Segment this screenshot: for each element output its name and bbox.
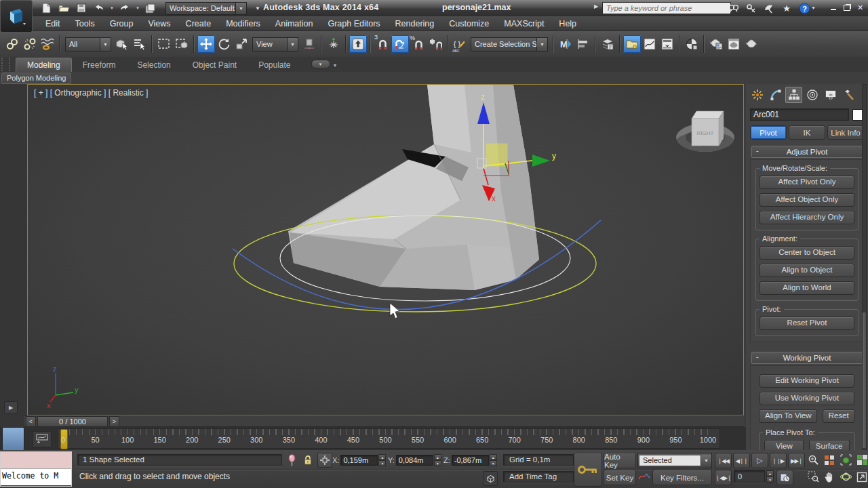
unlink-selection-icon[interactable] [21, 35, 39, 53]
center-to-object-button[interactable]: Center to Object [760, 246, 854, 260]
motion-tab-icon[interactable] [804, 87, 821, 103]
align-to-world-button[interactable]: Align to World [760, 281, 854, 295]
modify-tab-icon[interactable] [767, 87, 784, 103]
ribbon-tab-object-paint[interactable]: Object Paint [182, 58, 248, 72]
previous-frame-step-icon[interactable]: ◀❘❘ [733, 453, 750, 468]
create-tab-icon[interactable] [749, 87, 766, 103]
maxscript-mini-listener[interactable]: Welcome to M [0, 451, 72, 487]
scrollbar-thumb[interactable] [863, 312, 866, 448]
ribbon-tab-selection[interactable]: Selection [126, 58, 181, 72]
select-and-manipulate-icon[interactable] [325, 35, 342, 53]
workspace-flyout-icon[interactable]: ▼ [255, 5, 260, 12]
y-coordinate-field[interactable]: 0,084m [396, 455, 433, 466]
mirror-icon[interactable]: M [557, 35, 574, 53]
edit-named-selection-sets-icon[interactable]: { }ABC [451, 35, 469, 53]
menu-item[interactable]: Rendering [388, 19, 442, 28]
material-editor-icon[interactable] [683, 35, 701, 53]
viewport-label[interactable]: [ + ] [ Orthographic ] [ Realistic ] [34, 88, 148, 98]
listener-corner-button[interactable] [2, 427, 24, 451]
ribbon-options-dropdown-icon[interactable]: ▼ [333, 63, 338, 68]
snaps-toggle-icon[interactable]: 3 [374, 35, 391, 53]
previous-frame-icon[interactable]: < [26, 416, 36, 427]
adaptive-degradation-icon[interactable] [483, 471, 498, 486]
utilities-tab-icon[interactable] [840, 87, 857, 103]
current-frame-field[interactable]: 0 [734, 470, 765, 483]
ribbon-grip[interactable] [1, 58, 10, 71]
add-time-tag-field[interactable]: Add Time Tag [503, 471, 574, 483]
keyboard-shortcut-override-icon[interactable] [349, 35, 367, 53]
menu-item[interactable]: Views [140, 19, 178, 28]
curve-editor-icon[interactable] [641, 35, 658, 53]
pivot-mode-button[interactable]: Pivot [750, 125, 787, 140]
spinner-snap-toggle-icon[interactable] [427, 35, 444, 53]
undo-icon[interactable] [92, 2, 106, 14]
field-of-view-region-icon[interactable] [806, 470, 821, 484]
select-and-rotate-icon[interactable] [215, 35, 233, 53]
gizmo-zy-plane-handle[interactable] [486, 144, 507, 166]
reference-coordinate-system-dropdown[interactable]: View ▼ [252, 37, 298, 52]
hierarchy-tab-icon[interactable] [785, 87, 802, 103]
place-pivot-surface-button[interactable]: Surface [809, 440, 850, 450]
ribbon-tab-populate[interactable]: Populate [248, 58, 301, 72]
search-input[interactable] [602, 2, 731, 14]
viewport-canvas[interactable]: z y x RIGHT z y x [ + ] [ Orthographic ]… [28, 85, 743, 415]
display-tab-icon[interactable] [822, 87, 839, 103]
y-spinner[interactable]: ▲▼ [434, 454, 441, 466]
menu-item[interactable]: Customize [441, 19, 496, 28]
save-file-icon[interactable] [75, 2, 88, 14]
minimize-button[interactable] [827, 3, 839, 12]
frame-spinner[interactable]: ▲▼ [766, 470, 774, 483]
set-key-button[interactable]: Set Key [604, 470, 636, 485]
infocenter-expand-icon[interactable]: ▶ [594, 3, 598, 9]
menu-item[interactable]: Help [551, 19, 584, 28]
ribbon-tab-freeform[interactable]: Freeform [72, 58, 127, 72]
time-slider-handle[interactable]: 0 / 1000 [37, 416, 108, 427]
menu-item[interactable]: MAXScript [496, 19, 551, 28]
menu-item[interactable]: Modifiers [218, 19, 268, 28]
z-spinner[interactable]: ▲▼ [490, 454, 497, 466]
menu-item[interactable]: Graph Editors [320, 19, 387, 28]
zoom-extents-icon[interactable] [838, 453, 853, 467]
menu-item[interactable]: Animation [268, 19, 321, 28]
affect-hierarchy-only-button[interactable]: Affect Hierarchy Only [760, 211, 854, 224]
window-crossing-icon[interactable] [173, 35, 191, 53]
menu-item[interactable]: Edit [38, 19, 68, 28]
communication-center-icon[interactable] [762, 2, 776, 14]
absolute-offset-mode-icon[interactable] [317, 453, 332, 468]
auto-key-button[interactable]: Auto Key [604, 453, 636, 468]
select-and-scale-icon[interactable] [233, 35, 250, 53]
selection-filter-dropdown[interactable]: All ▼ [65, 37, 111, 52]
open-mini-curve-editor-icon[interactable] [33, 431, 52, 447]
time-configuration-icon[interactable] [776, 470, 793, 485]
undo-dropdown-icon[interactable]: ▼ [110, 6, 114, 10]
zoom-extents-all-icon[interactable] [854, 453, 868, 467]
help-dropdown-icon[interactable]: ▼ [811, 5, 816, 10]
align-to-object-button[interactable]: Align to Object [760, 264, 854, 277]
select-by-name-icon[interactable] [131, 35, 149, 53]
key-step-mode-icon[interactable]: ❘◀▶❘ [715, 470, 732, 485]
workspace-selector[interactable]: Workspace: Default ▼ [165, 2, 247, 15]
redo-dropdown-icon[interactable]: ▼ [136, 6, 140, 10]
select-object-icon[interactable] [113, 35, 131, 53]
working-pivot-rollout-header[interactable]: - Working Pivot [751, 352, 863, 364]
default-in-out-tangents-icon[interactable] [637, 470, 651, 483]
menu-item[interactable]: Create [178, 19, 219, 28]
project-folder-icon[interactable] [144, 2, 157, 14]
command-panel-scrollbar[interactable] [862, 84, 867, 450]
align-icon[interactable] [574, 35, 592, 53]
time-slider[interactable]: < 0 / 1000 > [24, 415, 744, 427]
help-icon[interactable]: ? [797, 2, 811, 14]
affect-object-only-button[interactable]: Affect Object Only [760, 193, 854, 207]
rendered-frame-window-icon[interactable] [725, 35, 743, 53]
redo-icon[interactable] [118, 2, 132, 14]
zoom-all-icon[interactable] [822, 453, 837, 467]
menu-item[interactable]: Group [102, 19, 141, 28]
adjust-pivot-rollout-header[interactable]: - Adjust Pivot [751, 146, 863, 158]
x-spinner[interactable]: ▲▼ [378, 454, 386, 466]
ribbon-minimize-icon[interactable]: ▼ [311, 60, 330, 68]
link-info-mode-button[interactable]: Link Info [827, 125, 864, 140]
pan-hand-icon[interactable] [822, 470, 837, 484]
listener-output-row[interactable]: Welcome to M [1, 469, 71, 485]
x-coordinate-field[interactable]: 0,159m [340, 455, 378, 466]
render-setup-icon[interactable] [707, 35, 725, 53]
